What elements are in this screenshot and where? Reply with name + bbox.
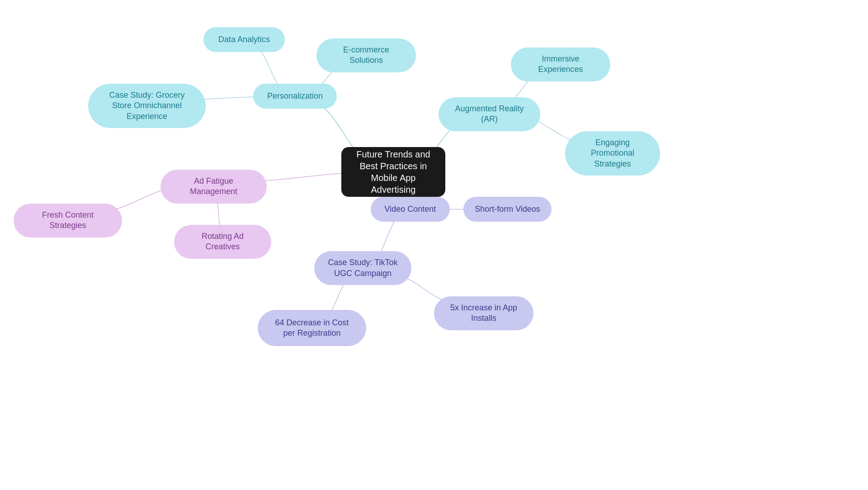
personalization-node: Personalization	[253, 84, 337, 109]
data-analytics-node: Data Analytics	[203, 27, 285, 52]
fresh-content-node: Fresh Content Strategies	[14, 204, 122, 238]
ecommerce-node: E-commerce Solutions	[316, 38, 416, 72]
video-content-node: Video Content	[371, 197, 450, 222]
ar-node: Augmented Reality (AR)	[439, 97, 540, 131]
rotating-ads-node: Rotating Ad Creatives	[174, 225, 271, 259]
ad-fatigue-node: Ad Fatigue Management	[160, 170, 267, 204]
tiktok-case-node: Case Study: TikTok UGC Campaign	[314, 251, 411, 285]
immersive-node: Immersive Experiences	[511, 48, 610, 81]
center-node: Future Trends and Best Practices in Mobi…	[341, 147, 445, 197]
shortform-node: Short-form Videos	[463, 197, 552, 222]
decrease-cost-node: 64 Decrease in Cost per Registration	[258, 310, 366, 346]
increase-installs-node: 5x Increase in App Installs	[434, 296, 533, 330]
grocery-case-node: Case Study: Grocery Store Omnichannel Ex…	[88, 84, 206, 128]
engaging-node: Engaging Promotional Strategies	[565, 131, 660, 176]
